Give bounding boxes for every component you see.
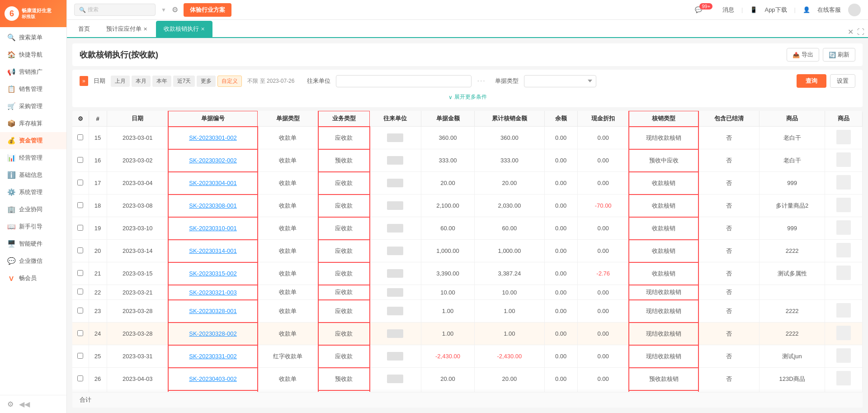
expand-tab-icon[interactable]: ⛶ — [857, 28, 864, 36]
col-settings[interactable] — [72, 323, 89, 345]
filter-more-btn[interactable]: 更多 — [197, 76, 216, 87]
filter-this-year-btn[interactable]: 本年 — [152, 76, 171, 87]
col-product: 2222 — [759, 323, 825, 345]
col-bill-amount: 20.00 — [421, 172, 474, 195]
sidebar-item-inventory[interactable]: 📦 库存核算 — [0, 115, 66, 132]
col-settings[interactable] — [72, 172, 89, 195]
sidebar-item-newbie[interactable]: 📖 新手引导 — [0, 218, 66, 235]
filter-custom-btn[interactable]: 自定义 — [217, 76, 242, 87]
bill-no-link[interactable]: SK-20230331-002 — [189, 353, 237, 360]
page-actions: 📤 导出 🔄 刷新 — [787, 48, 855, 62]
dropdown-arrow-icon[interactable]: ▼ — [161, 7, 166, 13]
filter-last-month-btn[interactable]: 上月 — [111, 76, 130, 87]
col-settings[interactable] — [72, 262, 89, 285]
sidebar-item-corp[interactable]: 🏢 企业协同 — [0, 201, 66, 218]
settings-gear-icon[interactable]: ⚙ — [7, 400, 14, 408]
bill-no-link[interactable]: SK-20230301-002 — [189, 134, 237, 141]
sidebar-item-system[interactable]: ⚙️ 系统管理 — [0, 184, 66, 201]
col-cumulative: 2,030.00 — [475, 195, 544, 217]
col-cash-discount: 0.00 — [577, 127, 629, 149]
row-checkbox[interactable] — [77, 375, 83, 381]
sidebar-item-label: 销售管理 — [19, 85, 42, 93]
industry-solution-button[interactable]: 体验行业方案 — [184, 3, 231, 17]
row-checkbox[interactable] — [77, 157, 83, 163]
online-service-label[interactable]: 在线客服 — [817, 6, 841, 14]
app-download-label[interactable]: App下载 — [764, 6, 787, 14]
table-scroll[interactable]: ⚙ # 日期 单据编号 单据类型 业务类型 往来单位 单据金额 累计核销金额 余… — [72, 111, 863, 392]
filter-this-month-btn[interactable]: 本月 — [132, 76, 151, 87]
collapse-icon[interactable]: ◀◀ — [19, 400, 30, 408]
col-settings[interactable] — [72, 300, 89, 323]
row-checkbox[interactable] — [77, 180, 83, 185]
col-settings[interactable] — [72, 240, 89, 262]
setting-button[interactable]: 设置 — [830, 74, 855, 88]
sidebar-item-operation[interactable]: 📊 经营管理 — [0, 149, 66, 166]
row-checkbox[interactable] — [77, 353, 83, 359]
filter-partner-input[interactable] — [336, 75, 472, 87]
sidebar-item-quicknav[interactable]: 🏠 快捷导航 — [0, 46, 66, 63]
col-settings[interactable] — [72, 217, 89, 240]
bill-no-link[interactable]: SK-20230310-001 — [189, 225, 237, 232]
row-checkbox[interactable] — [77, 289, 83, 294]
page-header: 收款核销执行(按收款) 📤 导出 🔄 刷新 — [72, 43, 863, 66]
tab-prepay-close-icon[interactable]: ✕ — [143, 26, 147, 32]
bill-no-link[interactable]: SK-20230328-002 — [189, 330, 237, 337]
bill-no-link[interactable]: SK-20230314-001 — [189, 247, 237, 254]
col-cash-discount-header: 现金折扣 — [577, 111, 629, 127]
sidebar-item-sales[interactable]: 📋 销售管理 — [0, 81, 66, 98]
user-avatar[interactable] — [848, 4, 861, 16]
col-settings-header[interactable]: ⚙ — [72, 111, 89, 127]
sidebar-item-label: 畅会员 — [19, 274, 37, 282]
operation-icon: 📊 — [7, 154, 15, 162]
sidebar-item-purchase[interactable]: 🛒 采购管理 — [0, 98, 66, 115]
col-settings[interactable] — [72, 285, 89, 300]
table-row: 22 2023-03-21 SK-20230321-003 收款单 应收款 10… — [72, 285, 863, 300]
close-all-icon[interactable]: ✕ — [848, 28, 854, 36]
bill-no-link[interactable]: SK-20230315-002 — [189, 270, 237, 277]
bill-no-link[interactable]: SK-20230304-001 — [189, 180, 237, 186]
export-label: 导出 — [802, 51, 813, 59]
bill-no-link[interactable]: SK-20230302-002 — [189, 157, 237, 164]
tab-home[interactable]: 首页 — [71, 21, 98, 37]
filter-7days-btn[interactable]: 近7天 — [173, 76, 195, 87]
row-checkbox[interactable] — [77, 330, 83, 336]
sidebar-item-hardware[interactable]: 🖥️ 智能硬件 — [0, 235, 66, 252]
row-checkbox[interactable] — [77, 225, 83, 231]
bill-no-link[interactable]: SK-20230321-003 — [189, 289, 237, 296]
export-button[interactable]: 📤 导出 — [787, 48, 819, 62]
sidebar: 6 畅康道好生意 标推版 🔍 搜索菜单 🏠 快捷导航 📢 营销推广 📋 销售管理… — [0, 0, 67, 413]
filter-bill-type-select[interactable]: 收款单 红字收款单 — [524, 75, 596, 87]
row-checkbox[interactable] — [77, 270, 83, 276]
col-biz-type: 应收款 — [318, 195, 370, 217]
sidebar-item-search[interactable]: 🔍 搜索菜单 — [0, 29, 66, 46]
col-settings[interactable] — [72, 368, 89, 390]
col-settings[interactable] — [72, 149, 89, 172]
tab-prepay[interactable]: 预计应应付单 ✕ — [99, 21, 155, 37]
filter-expand-row[interactable]: ∨ 展开更多条件 — [80, 91, 855, 103]
tab-receipt-close-icon[interactable]: ✕ — [201, 26, 205, 32]
bill-no-link[interactable]: SK-20230308-001 — [189, 202, 237, 209]
tab-receipt[interactable]: 收款核销执行 ✕ — [156, 21, 212, 37]
sidebar-item-wechat[interactable]: 💬 企业微信 — [0, 252, 66, 270]
refresh-button[interactable]: 🔄 刷新 — [823, 48, 855, 62]
message-icon[interactable]: 💬99+ — [695, 6, 715, 13]
col-settings[interactable] — [72, 195, 89, 217]
gear-icon[interactable]: ⚙ — [172, 5, 178, 14]
col-biz-type: 预收款 — [318, 368, 370, 390]
sidebar-item-basic[interactable]: ℹ️ 基础信息 — [0, 166, 66, 184]
row-checkbox[interactable] — [77, 134, 83, 140]
row-checkbox[interactable] — [77, 202, 83, 208]
col-settings[interactable] — [72, 127, 89, 149]
filter-expand-button[interactable]: » — [80, 76, 88, 86]
bill-no-link[interactable]: SK-20230328-001 — [189, 308, 237, 314]
bill-no-link[interactable]: SK-20230403-002 — [189, 375, 237, 382]
row-checkbox[interactable] — [77, 308, 83, 313]
col-settings[interactable] — [72, 345, 89, 368]
sidebar-item-finance[interactable]: 💰 资金管理 — [0, 132, 66, 149]
system-icon: ⚙️ — [7, 188, 15, 196]
filter-date-range: 不限 至 2023-07-26 — [247, 77, 294, 85]
sidebar-item-marketing[interactable]: 📢 营销推广 — [0, 63, 66, 81]
query-button[interactable]: 查询 — [797, 74, 826, 88]
row-checkbox[interactable] — [77, 247, 83, 253]
sidebar-item-member[interactable]: V 畅会员 — [0, 270, 66, 287]
